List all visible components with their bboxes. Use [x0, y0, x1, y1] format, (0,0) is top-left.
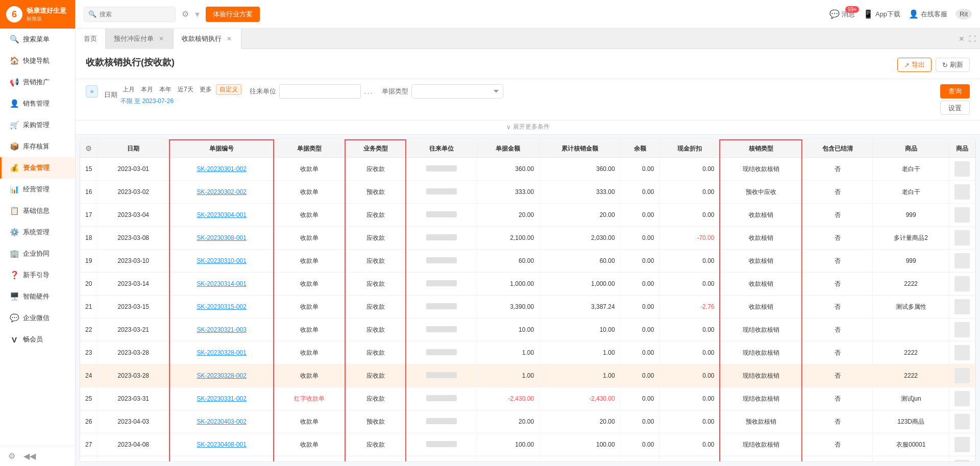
- sidebar-item-quick-nav[interactable]: 🏠 快捷导航: [0, 50, 75, 71]
- cell-cash-discount: 0.00: [659, 433, 720, 456]
- cell-order-no[interactable]: SK-20230321-003: [169, 318, 274, 341]
- date-filter-options: 上月 本月 本年 近7天 更多 自定义 不限 至 2023-07-26: [120, 84, 241, 106]
- table-row: 252023-03-31SK-20230331-002红字收款单应收款-2,43…: [80, 387, 975, 410]
- tab-write-off[interactable]: 收款核销执行 ✕: [174, 29, 241, 49]
- cell-goods: 123D商品: [873, 410, 949, 433]
- sidebar-item-sales[interactable]: 👤 销售管理: [0, 93, 75, 114]
- cell-order-no[interactable]: SK-20230314-001: [169, 273, 274, 296]
- settings-filter-button[interactable]: 设置: [940, 101, 970, 115]
- topbar-search-box[interactable]: 🔍: [84, 7, 176, 22]
- cell-voucher-type: 收款单: [274, 433, 345, 456]
- cell-order-no[interactable]: SK-20230403-002: [169, 410, 274, 433]
- more-date-btn[interactable]: 更多: [198, 84, 214, 95]
- cell-voucher-type: 收款单: [274, 273, 345, 296]
- settings-icon[interactable]: ⚙: [8, 451, 15, 461]
- cell-order-no[interactable]: SK-20230328-002: [169, 364, 274, 387]
- tab-prepay-close-button[interactable]: ✕: [158, 35, 165, 42]
- this-year-btn[interactable]: 本年: [157, 84, 174, 95]
- cell-balance: 0.00: [620, 433, 659, 456]
- cell-order-no[interactable]: SK-20230301-002: [169, 158, 274, 181]
- last-7-days-btn[interactable]: 近7天: [176, 84, 195, 95]
- filter-bar: » 日期 上月 本月 本年 近7天 更多 自定义 不限 至 20: [76, 79, 980, 120]
- cell-goods: 衣服00001: [873, 433, 949, 456]
- cell-goods-img: [949, 181, 975, 204]
- sidebar-item-marketing[interactable]: 📢 营销推广: [0, 71, 75, 93]
- this-month-btn[interactable]: 本月: [139, 84, 155, 95]
- cell-goods: 2222: [873, 273, 949, 296]
- sidebar-item-inventory[interactable]: 📦 库存核算: [0, 136, 75, 157]
- sidebar-item-wechat[interactable]: 💬 企业微信: [0, 307, 75, 329]
- cell-include-settled: 否: [802, 387, 873, 410]
- app-download-item[interactable]: 📱 App下载: [863, 9, 900, 19]
- cell-balance: 0.00: [620, 341, 659, 364]
- user-info[interactable]: Rit: [955, 10, 972, 18]
- notification-item[interactable]: 💬 消息 99+: [829, 9, 855, 19]
- cell-amount: 1,000.00: [477, 273, 539, 296]
- cell-order-no[interactable]: SK-20230418-001: [169, 456, 274, 462]
- cell-writeoff-amount: 333.00: [540, 181, 621, 204]
- sidebar-item-search[interactable]: 🔍 搜索菜单: [0, 29, 75, 50]
- cell-seq: 22: [80, 318, 97, 341]
- sidebar-item-guide[interactable]: ❓ 新手引导: [0, 264, 75, 286]
- cell-order-no[interactable]: SK-20230331-002: [169, 387, 274, 410]
- cell-order-no[interactable]: SK-20230304-001: [169, 204, 274, 227]
- tab-prepay-invoice[interactable]: 预付冲应付单 ✕: [106, 29, 174, 49]
- tab-maximize-button[interactable]: ⛶: [969, 35, 976, 43]
- cell-goods-img: [949, 456, 975, 462]
- cell-balance: 0.00: [620, 250, 659, 273]
- tab-write-off-close-button[interactable]: ✕: [226, 35, 233, 42]
- sidebar-item-member[interactable]: V 畅会员: [0, 329, 75, 350]
- notification-icon: 💬: [829, 9, 840, 19]
- voucher-type-select[interactable]: [411, 84, 503, 99]
- cell-party: [406, 410, 477, 433]
- cell-voucher-type: 收款单: [274, 181, 345, 204]
- cell-writeoff-type: 现结收款核销: [720, 364, 801, 387]
- party-dots-button[interactable]: ...: [364, 87, 374, 96]
- cell-balance: 0.00: [620, 204, 659, 227]
- export-button[interactable]: ↗ 导出: [897, 58, 932, 72]
- refresh-button[interactable]: ↻ 刷新: [936, 58, 970, 72]
- search-input[interactable]: [100, 11, 161, 18]
- cell-amount: 10.00: [477, 318, 539, 341]
- table-container[interactable]: ⚙ 日期 单据编号 单据类型 业务类型 往来单位 单据金额 累计核销金额 余额 …: [80, 139, 976, 462]
- sidebar-item-basic[interactable]: 📋 基础信息: [0, 200, 75, 222]
- expand-more-button[interactable]: ∨ 展开更多条件: [506, 122, 550, 131]
- cell-order-no[interactable]: SK-20230315-002: [169, 296, 274, 318]
- sidebar-item-purchase[interactable]: 🛒 采购管理: [0, 114, 75, 136]
- last-month-btn[interactable]: 上月: [120, 84, 137, 95]
- th-settings[interactable]: ⚙: [80, 140, 97, 158]
- tab-home[interactable]: 首页: [76, 29, 106, 49]
- sidebar-item-operations[interactable]: 📊 经营管理: [0, 179, 75, 200]
- cell-amount: 60.00: [477, 250, 539, 273]
- gear-icon[interactable]: ⚙: [182, 9, 189, 19]
- cell-cash-discount: 0.00: [659, 158, 720, 181]
- online-service-item[interactable]: 👤 在线客服: [909, 9, 947, 19]
- query-button[interactable]: 查询: [940, 84, 970, 99]
- sidebar-item-capital[interactable]: 💰 资金管理: [0, 157, 75, 179]
- cell-order-no[interactable]: SK-20230308-001: [169, 227, 274, 250]
- tab-close-all-button[interactable]: ✕: [959, 35, 965, 43]
- cell-cash-discount: -2.76: [659, 296, 720, 318]
- table-row: 262023-04-03SK-20230403-002收款单预收款20.0020…: [80, 410, 975, 433]
- cell-order-no[interactable]: SK-20230328-001: [169, 341, 274, 364]
- cell-party: [406, 318, 477, 341]
- party-input[interactable]: [279, 84, 361, 99]
- cell-order-no[interactable]: SK-20230408-001: [169, 433, 274, 456]
- sidebar-item-system[interactable]: ⚙️ 系统管理: [0, 222, 75, 243]
- page-action-buttons: ↗ 导出 ↻ 刷新: [897, 58, 970, 72]
- sidebar-item-enterprise[interactable]: 🏢 企业协同: [0, 243, 75, 264]
- logo-icon: 6: [6, 6, 22, 22]
- party-filter: 往来单位 ...: [250, 84, 374, 99]
- industry-solution-button[interactable]: 体验行业方案: [206, 7, 260, 22]
- cell-seq: 20: [80, 273, 97, 296]
- table-row: 232023-03-28SK-20230328-001收款单应收款1.001.0…: [80, 341, 975, 364]
- cell-date: 2023-04-18: [97, 456, 169, 462]
- cell-order-no[interactable]: SK-20230302-002: [169, 181, 274, 204]
- custom-date-btn[interactable]: 自定义: [216, 84, 241, 95]
- cell-writeoff-type: 收款核销: [720, 273, 801, 296]
- filter-toggle-button[interactable]: »: [86, 85, 98, 97]
- sidebar-item-hardware[interactable]: 🖥️ 智能硬件: [0, 286, 75, 307]
- collapse-icon[interactable]: ◀◀: [23, 451, 36, 461]
- cell-order-no[interactable]: SK-20230310-001: [169, 250, 274, 273]
- cell-date: 2023-03-02: [97, 181, 169, 204]
